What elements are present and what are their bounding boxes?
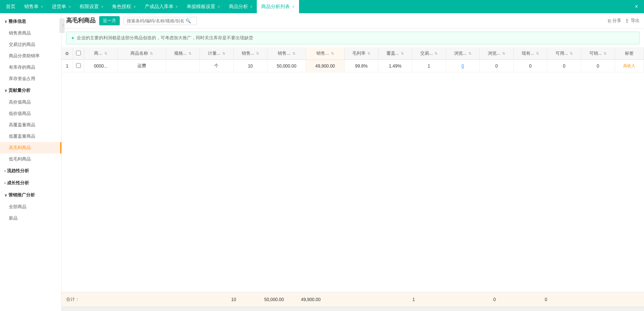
col-unit[interactable]: 计量... ⇅ [199,47,233,60]
sidebar-item-low-value[interactable]: 低价值商品 [0,108,61,119]
col-transaction[interactable]: 交易... ⇅ [412,47,446,60]
col-gross-margin[interactable]: 毛利率 ⇅ [345,47,378,60]
sidebar: ∨ 整体信息 销售类商品 交易过的商品 商品分类助销率 有库存的商品 库存资金占… [0,13,62,311]
sidebar-item-low-margin[interactable]: 低毛利商品 [0,153,61,165]
col-current-stock[interactable]: 现有... ⇅ [514,47,547,60]
col-code[interactable]: 商... ⇅ [84,47,118,60]
close-icon[interactable]: × [41,4,43,9]
nav-permission-settings[interactable]: 权限设置 × [75,0,108,13]
sort-icon: ⇅ [256,51,259,55]
data-table-container: ⚙ 商... ⇅ 商品名称 ⇅ [62,47,644,292]
window-close-button[interactable]: × [630,3,643,10]
col-browse2[interactable]: 浏览... ⇅ [480,47,514,60]
chevron-down-icon: ∨ [4,19,7,23]
col-settings[interactable]: ⚙ [62,47,73,60]
period-button[interactable]: 近一月 [99,16,120,25]
cell-current-stock: 0 [514,60,547,72]
select-all-checkbox[interactable] [76,51,81,55]
search-box: 🔍 [123,17,197,25]
cell-unit: 个 [199,60,233,72]
sidebar-item-high-value[interactable]: 高价值商品 [0,97,61,108]
nav-sales-order[interactable]: 销售单 × [20,0,47,13]
col-sales-amount[interactable]: 销售... ⇅ [267,47,306,60]
nav-product-entry[interactable]: 产成品入库单 × [140,0,182,13]
cell-browse1[interactable]: 0 [446,60,480,72]
share-button[interactable]: ⎘ 分享 [608,18,621,24]
close-icon[interactable]: × [292,4,294,9]
page-title: 高毛利商品 [66,17,96,25]
sort-icon: ⇅ [331,51,334,55]
sidebar-item-category-rate[interactable]: 商品分类助销率 [0,50,61,62]
search-input[interactable] [127,18,186,23]
close-icon[interactable]: × [68,4,71,9]
close-icon[interactable]: × [250,4,252,9]
sort-icon: ⇅ [570,51,573,55]
row-checkbox[interactable] [76,63,81,68]
cell-sales-qty: 10 [233,60,267,72]
close-icon[interactable]: × [101,4,103,9]
sidebar-item-high-margin[interactable]: 高毛利商品 [0,142,61,153]
content-header: 高毛利商品 近一月 🔍 ⎘ 分享 ⇧ 导出 [62,13,644,29]
col-available-stock[interactable]: 可用... ⇅ [547,47,581,60]
sort-icon: ⇅ [604,51,607,55]
sidebar-item-low-coverage[interactable]: 低覆盖量商品 [0,131,61,142]
sidebar-group-growth[interactable]: › 成长性分析 [0,177,61,189]
close-icon[interactable]: × [133,4,136,9]
sort-icon: ⇅ [222,51,225,55]
cell-saleable-stock: 0 [581,60,615,72]
sidebar-item-high-coverage[interactable]: 高覆盖量商品 [0,119,61,131]
col-browse1[interactable]: 浏览... ⇅ [446,47,480,60]
sidebar-item-inventory-funds[interactable]: 库存资金占用 [0,73,61,84]
cell-spec [166,60,199,72]
chevron-right-icon: › [4,181,6,185]
nav-purchase-order[interactable]: 进货单 × [47,0,75,13]
info-banner: ✦ 企业的主要的利润都是这部分商品创造的，可考虑加大推广，同时关注库存是不要出现… [66,32,640,44]
bottom-scrollbar[interactable] [62,307,644,311]
col-coverage[interactable]: 覆盖... ⇅ [378,47,412,60]
cell-sales-profit: 49,900.00 [306,60,344,72]
cell-gross-margin: 99.8% [345,60,378,72]
info-icon: ✦ [71,36,75,41]
sort-icon: ⇅ [188,51,191,55]
nav-doc-template[interactable]: 单据模板设置 × [182,0,224,13]
sidebar-group-overview[interactable]: ∨ 整体信息 [0,15,61,28]
sidebar-item-new-products[interactable]: 新品 [0,213,61,224]
col-saleable-stock[interactable]: 可销... ⇅ [581,47,615,60]
sort-icon: ⇅ [401,51,404,55]
sidebar-collapse-button[interactable]: 《 [60,18,65,33]
col-spec[interactable]: 规格... ⇅ [166,47,199,60]
table-row: 1 0000... 运费 个 10 50,000.00 49,900.00 99… [62,60,644,72]
nav-role-auth[interactable]: 角色授权 × [108,0,140,13]
sidebar-item-sales-products[interactable]: 销售类商品 [0,28,61,39]
export-icon: ⇧ [625,18,629,24]
nav-home[interactable]: 首页 [1,0,20,13]
total-sales-qty: 10 [219,297,248,302]
sidebar-group-trend[interactable]: › 流趋性分析 [0,165,61,177]
search-icon[interactable]: 🔍 [186,18,191,23]
col-sales-qty[interactable]: 销售... ⇅ [233,47,267,60]
close-icon[interactable]: × [176,4,178,9]
sidebar-item-all-products[interactable]: 全部商品 [0,201,61,213]
content-area: 高毛利商品 近一月 🔍 ⎘ 分享 ⇧ 导出 ✦ 企业的主要的利润都是这部分商品创… [62,13,644,311]
col-checkbox[interactable] [73,47,84,60]
export-button[interactable]: ⇧ 导出 [625,18,640,24]
close-icon[interactable]: × [217,4,220,9]
chevron-right-icon: › [4,169,6,173]
col-sales-profit[interactable]: 销售... ⇅ [306,47,344,60]
col-tag[interactable]: 标签 [615,47,644,60]
main-layout: ∨ 整体信息 销售类商品 交易过的商品 商品分类助销率 有库存的商品 库存资金占… [0,13,644,311]
cell-code: 0000... [84,60,118,72]
cell-transaction: 1 [412,60,446,72]
cell-checkbox[interactable] [73,60,84,72]
total-transaction: 1 [399,297,428,302]
col-name[interactable]: 商品名称 ⇅ [118,47,166,60]
total-available-stock: 0 [531,297,561,302]
sidebar-item-stocked-products[interactable]: 有库存的商品 [0,62,61,73]
action-buttons: ⎘ 分享 ⇧ 导出 [608,18,640,24]
nav-product-analysis-list[interactable]: 商品分析列表 × [257,0,299,13]
sidebar-item-traded-products[interactable]: 交易过的商品 [0,39,61,50]
nav-product-analysis[interactable]: 商品分析 × [224,0,257,13]
sidebar-group-marketing[interactable]: ∨ 营销推广分析 [0,189,61,201]
total-browse2: 0 [480,297,509,302]
sidebar-group-contribution[interactable]: ∨ 贡献量分析 [0,84,61,97]
